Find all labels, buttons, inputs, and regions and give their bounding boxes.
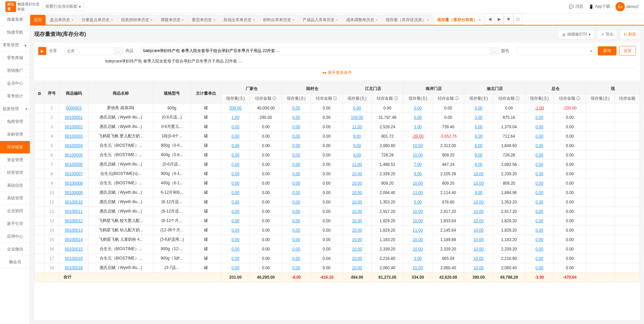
cell-lc-qty[interactable]: 0.00	[282, 132, 311, 141]
cell-code[interactable]: 00100008	[59, 179, 89, 188]
cell-lc-qty[interactable]: 0.00	[282, 235, 311, 244]
cell-fw-qty[interactable]: 0.00	[221, 179, 250, 188]
cell-lc-qty[interactable]: 0.00	[282, 216, 311, 226]
tab-nav-expand[interactable]: ◻	[513, 13, 523, 25]
tab-inventory-dist[interactable]: 现存量（库存分布表） ×	[433, 15, 484, 25]
sidebar-item-purchase[interactable]: 采购管理	[0, 128, 30, 141]
cell-code[interactable]: 00100001	[59, 113, 89, 122]
cell-fw-qty[interactable]: 0.00	[221, 216, 250, 226]
cell-na-qty[interactable]: 7.00	[404, 160, 432, 169]
cell-total-qty[interactable]: 0.00	[525, 207, 554, 216]
cell-fw-qty[interactable]: 0.00	[221, 254, 250, 263]
cell-lc-qty[interactable]: 0.00	[282, 160, 311, 169]
cell-total-qty[interactable]: 0.00	[525, 216, 554, 226]
goods-input[interactable]	[141, 47, 490, 55]
tab-close-icon[interactable]: ×	[479, 18, 481, 22]
tab-nav-next[interactable]: ▶	[494, 13, 504, 25]
cell-lc-qty[interactable]: 0.00	[282, 244, 311, 254]
cell-lc-qty[interactable]: 0.00	[282, 263, 311, 273]
cell-fw-qty[interactable]: 1.00	[221, 113, 250, 122]
print-btn[interactable]: 🖨 按模板打印 ▾	[558, 30, 594, 39]
color-input[interactable]	[517, 47, 587, 55]
cell-yb-qty[interactable]: 9.00	[464, 188, 493, 197]
sidebar-item-wholesale[interactable]: 批发管理 ▾	[0, 103, 30, 115]
tab-close-icon[interactable]: ×	[336, 18, 338, 22]
tab-close-icon[interactable]: ×	[253, 18, 255, 22]
sidebar-item-retail-store[interactable]: 零售商城	[0, 52, 30, 64]
cell-lc-qty[interactable]: 0.00	[282, 169, 311, 179]
cell-yb-qty[interactable]: 10.00	[464, 169, 493, 179]
cell-lc-qty[interactable]: 0.00	[282, 103, 311, 113]
cell-jb-qty[interactable]: 109.00	[343, 113, 372, 122]
search-btn[interactable]: 查询	[598, 46, 616, 55]
sidebar-item-ecommerce[interactable]: 电商管理	[0, 115, 30, 128]
cell-yb-qty[interactable]: 3.00	[464, 113, 493, 122]
cell-code[interactable]: 00100003	[59, 132, 89, 141]
cell-yb-qty[interactable]: 8.00	[464, 141, 493, 150]
cell-fw-qty[interactable]: 0.00	[221, 122, 250, 132]
cell-total-qty[interactable]: -1.00	[525, 103, 554, 113]
warehouse-ellipsis-btn[interactable]: ...	[115, 47, 122, 55]
cell-lc-qty[interactable]: 0.00	[282, 150, 311, 160]
cell-lc-qty[interactable]: 0.00	[282, 141, 311, 150]
cell-lc-qty[interactable]: 0.00	[282, 226, 311, 235]
cell-jb-qty[interactable]: 10.00	[343, 216, 372, 226]
cell-na-qty[interactable]: 0.00	[404, 103, 432, 113]
cell-total-qty[interactable]: 0.00	[525, 263, 554, 273]
cell-na-qty[interactable]: 10.00	[404, 207, 432, 216]
cell-na-qty[interactable]: -39.00	[404, 132, 432, 141]
cell-na-qty[interactable]: 9.00	[404, 169, 432, 179]
tab-inventory-check-sub[interactable]: 分量盘点单历史 ×	[78, 15, 117, 25]
cell-jb-qty[interactable]: 10.00	[343, 169, 372, 179]
cell-total-qty[interactable]: 0.00	[525, 226, 554, 235]
expand-more-btn[interactable]: ▾▾ 展开更多条件	[38, 68, 636, 77]
tab-close-icon[interactable]: ×	[427, 18, 429, 22]
tab-requisition[interactable]: 要货单历史 ×	[188, 15, 219, 25]
cell-na-qty[interactable]: 3.00	[404, 254, 432, 263]
cell-yb-qty[interactable]: 10.00	[464, 254, 493, 263]
cell-total-qty[interactable]: 0.00	[525, 244, 554, 254]
cell-fw-qty[interactable]: 0.00	[221, 197, 250, 207]
cell-yb-qty[interactable]: 0.00	[464, 103, 493, 113]
col-settings[interactable]: ⚙	[35, 84, 45, 103]
sidebar-item-member[interactable]: 会员中心	[0, 77, 30, 90]
app-download-btn[interactable]: 📱 App下载	[589, 4, 610, 9]
cell-code[interactable]: 00100006	[59, 160, 89, 169]
cell-yb-qty[interactable]: 10.00	[464, 179, 493, 188]
cell-fw-qty[interactable]: 0.00	[221, 207, 250, 216]
cell-na-qty[interactable]: 10.00	[404, 235, 432, 244]
cell-yb-qty[interactable]: 10.00	[464, 207, 493, 216]
cell-jb-qty[interactable]: 9.00	[343, 150, 372, 160]
chevron-down-icon[interactable]: ▾	[587, 47, 595, 55]
sidebar-item-system[interactable]: 系统管理	[0, 192, 30, 205]
cell-total-qty[interactable]: 0.00	[525, 179, 554, 188]
cell-total-qty[interactable]: 0.00	[525, 122, 554, 132]
cell-na-qty[interactable]: 10.00	[404, 216, 432, 226]
cell-na-qty[interactable]: 3.00	[404, 122, 432, 132]
cell-total-qty[interactable]: 0.00	[525, 235, 554, 244]
cell-na-qty[interactable]: 10.00	[404, 244, 432, 254]
cell-na-qty[interactable]: 10.00	[404, 141, 432, 150]
cell-jb-qty[interactable]: 10.00	[343, 235, 372, 244]
cell-lc-qty[interactable]: 0.00	[282, 197, 311, 207]
setting-btn[interactable]: 设置	[619, 46, 636, 56]
cell-jb-qty[interactable]: 10.00	[343, 254, 372, 263]
cell-total-qty[interactable]: 0.00	[525, 150, 554, 160]
tab-inventory-check[interactable]: 盘点单历史 ×	[46, 15, 77, 25]
cell-jb-qty[interactable]: 10.00	[343, 188, 372, 197]
cell-fw-qty[interactable]: 0.00	[221, 169, 250, 179]
cell-yb-qty[interactable]: 10.00	[464, 244, 493, 254]
user-menu[interactable]: Ea demo2	[615, 2, 639, 11]
tab-nav-prev[interactable]: ◀	[485, 13, 494, 25]
search-toggle-btn[interactable]: ►	[38, 47, 46, 55]
industry-selector[interactable]: 母婴行业演示陈套 ▾	[42, 2, 84, 11]
cell-total-qty[interactable]: 0.00	[525, 113, 554, 122]
sidebar-item-enterprise-collab[interactable]: 企业协同	[0, 205, 30, 218]
tab-product-in[interactable]: 产成品入库单历史 ×	[299, 15, 342, 25]
cell-yb-qty[interactable]: 10.00	[464, 226, 493, 235]
tab-close-icon[interactable]: ×	[182, 18, 184, 22]
cell-jb-qty[interactable]: 10.00	[343, 263, 372, 273]
cell-na-qty[interactable]: 10.00	[404, 263, 432, 273]
cell-jb-qty[interactable]: 10.00	[343, 226, 372, 235]
cell-lc-qty[interactable]: 0.00	[282, 122, 311, 132]
